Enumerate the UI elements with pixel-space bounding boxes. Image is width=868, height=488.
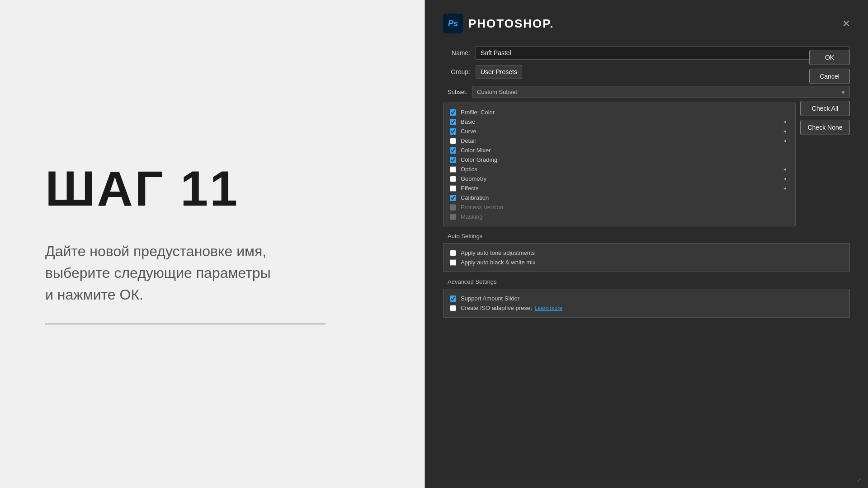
ok-button[interactable]: OK — [809, 50, 850, 65]
checkbox-input[interactable] — [450, 214, 456, 220]
divider — [45, 324, 326, 324]
checkbox-input[interactable] — [450, 109, 456, 116]
checkbox-label: Masking — [461, 213, 482, 220]
check-all-button[interactable]: Check All — [800, 101, 850, 116]
name-row: Name: — [443, 46, 850, 60]
checkbox-label: Color Mixer — [461, 147, 491, 154]
step-label: ШАГ 11 — [45, 164, 380, 213]
subset-label: Subset: — [448, 89, 467, 95]
checkbox-input[interactable] — [450, 128, 456, 135]
group-select[interactable]: User Presets — [476, 65, 522, 79]
ps-icon: Ps — [443, 14, 463, 33]
checkbox-input[interactable] — [450, 157, 456, 163]
checkbox-row: Geometry◄ — [450, 174, 789, 183]
checkbox-input[interactable] — [450, 166, 456, 173]
advanced-settings-checkbox[interactable] — [450, 296, 456, 302]
advanced-settings-title: Advanced Settings — [443, 278, 850, 285]
checkbox-row: Color Mixer — [450, 145, 789, 155]
arrow-indicator: ◄ — [783, 186, 787, 191]
arrow-indicator: ◄ — [783, 167, 787, 172]
checkbox-label: Optics — [461, 166, 477, 173]
checkbox-label: Calibration — [461, 194, 489, 201]
checkbox-input[interactable] — [450, 138, 456, 144]
close-icon[interactable]: × — [843, 17, 850, 30]
checkboxes-panel: Profile: ColorBasic◄Curve◄Detail◄Color M… — [443, 103, 796, 226]
checkbox-row: Detail◄ — [450, 136, 789, 145]
learn-more-link[interactable]: Learn more — [535, 305, 562, 311]
name-input[interactable] — [476, 46, 850, 60]
auto-settings-checkbox[interactable] — [450, 250, 456, 256]
advanced-settings-panel: Support Amount SliderCreate ISO adaptive… — [443, 289, 850, 318]
right-panel: Ps PHOTOSHOP. × Name: Group: User Preset… — [425, 0, 868, 488]
checkbox-label: Process Version — [461, 204, 503, 211]
checkbox-row: Curve◄ — [450, 127, 789, 136]
dialog-header: Ps PHOTOSHOP. × — [443, 14, 850, 33]
auto-settings-panel: Apply auto tone adjustmentsApply auto bl… — [443, 243, 850, 272]
auto-settings-row: Apply auto black & white mix — [450, 258, 843, 267]
checkbox-label: Geometry — [461, 175, 486, 182]
checkbox-label: Curve — [461, 128, 476, 135]
subset-select[interactable]: Custom Subset — [472, 86, 850, 98]
checkbox-input[interactable] — [450, 147, 456, 154]
checkbox-row: Optics◄ — [450, 164, 789, 174]
advanced-settings-row: Support Amount Slider — [450, 294, 843, 303]
description: Дайте новой предустановке имя, выберите … — [45, 240, 380, 305]
check-none-button[interactable]: Check None — [800, 120, 850, 135]
advanced-settings-label: Create ISO adaptive preset — [461, 305, 532, 311]
arrow-indicator: ◄ — [783, 138, 787, 143]
arrow-indicator: ◄ — [783, 129, 787, 134]
advanced-settings-label: Support Amount Slider — [461, 295, 519, 302]
subset-row: Subset: Custom Subset — [443, 86, 850, 98]
checkbox-row: Basic◄ — [450, 117, 789, 127]
auto-settings-title: Auto Settings — [443, 233, 850, 239]
group-row: Group: User Presets — [443, 65, 850, 79]
arrow-indicator: ◄ — [783, 119, 787, 124]
advanced-settings-checkbox[interactable] — [450, 305, 456, 311]
checkbox-input[interactable] — [450, 195, 456, 201]
checkbox-input[interactable] — [450, 185, 456, 192]
left-panel: ШАГ 11 Дайте новой предустановке имя, вы… — [0, 0, 425, 488]
checkbox-row: Effects◄ — [450, 183, 789, 193]
auto-settings-row: Apply auto tone adjustments — [450, 248, 843, 258]
checkbox-label: Profile: Color — [461, 109, 495, 116]
checkbox-row: Color Grading — [450, 155, 789, 164]
advanced-settings-row: Create ISO adaptive presetLearn more — [450, 303, 843, 313]
arrow-indicator: ◄ — [783, 176, 787, 181]
subset-select-wrapper: Custom Subset — [472, 86, 850, 98]
checkbox-label: Detail — [461, 137, 476, 144]
auto-settings-checkbox[interactable] — [450, 259, 456, 266]
auto-settings-label: Apply auto tone adjustments — [461, 249, 535, 256]
checkbox-row: Profile: Color — [450, 108, 789, 117]
checkbox-input[interactable] — [450, 119, 456, 125]
right-buttons: OK Cancel — [809, 50, 850, 84]
checkbox-row: Calibration — [450, 193, 789, 202]
main-content: Subset: Custom Subset Profile: ColorBasi… — [443, 86, 850, 318]
resize-icon: ⤢ — [856, 476, 862, 483]
group-select-wrapper: User Presets — [476, 65, 850, 79]
name-label: Name: — [443, 49, 470, 56]
auto-settings-label: Apply auto black & white mix — [461, 259, 535, 266]
app-title: PHOTOSHOP. — [468, 17, 554, 31]
checkbox-label: Basic — [461, 118, 475, 125]
group-label: Group: — [443, 68, 470, 75]
checkbox-label: Effects — [461, 185, 479, 192]
logo-area: Ps PHOTOSHOP. — [443, 14, 554, 33]
checkbox-row: Process Version — [450, 202, 789, 212]
cancel-button[interactable]: Cancel — [809, 69, 850, 84]
checkbox-label: Color Grading — [461, 156, 497, 163]
checkbox-input[interactable] — [450, 204, 456, 211]
checkbox-row: Masking — [450, 212, 789, 221]
checkbox-input[interactable] — [450, 176, 456, 182]
